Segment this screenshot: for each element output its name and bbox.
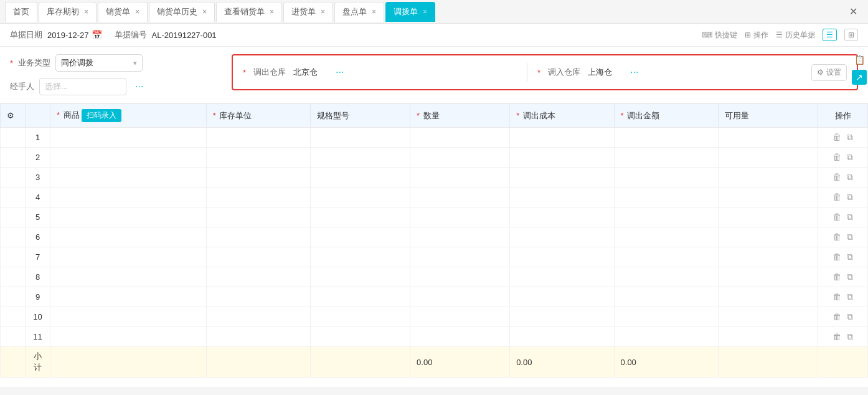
tab-view-sales[interactable]: 查看销货单 × <box>216 2 282 22</box>
row-unit-11[interactable] <box>206 327 310 347</box>
row-cost-3[interactable] <box>510 168 614 188</box>
transfer-in-more-btn[interactable]: ··· <box>626 67 642 78</box>
row-quantity-10[interactable] <box>410 307 510 327</box>
row-quantity-4[interactable] <box>410 188 510 207</box>
settings-button[interactable]: ⚙ 设置 <box>811 64 847 81</box>
row-quantity-6[interactable] <box>410 227 510 247</box>
row-amount-3[interactable] <box>614 168 718 188</box>
transfer-out-more-btn[interactable]: ··· <box>332 67 347 78</box>
operation-action[interactable]: ⊞ 操作 <box>745 30 768 40</box>
row-cost-9[interactable] <box>510 287 614 307</box>
business-type-dropdown[interactable]: 同价调拨 ▾ <box>55 54 143 72</box>
tab-purchase-order[interactable]: 进货单 × <box>283 2 333 22</box>
row-quantity-11[interactable] <box>410 327 510 347</box>
row-spec-4[interactable] <box>311 188 410 207</box>
row-amount-10[interactable] <box>614 307 718 327</box>
row-product-3[interactable] <box>50 168 207 188</box>
tab-sales-order[interactable]: 销货单 × <box>98 2 148 22</box>
row-amount-1[interactable] <box>614 128 718 148</box>
tab-home[interactable]: 首页 <box>5 2 37 22</box>
row-spec-6[interactable] <box>311 227 410 247</box>
row-quantity-2[interactable] <box>410 148 510 168</box>
tab-transfer-order-close[interactable]: × <box>423 7 427 16</box>
delete-icon-3[interactable]: 🗑 <box>831 171 843 183</box>
row-cost-2[interactable] <box>510 148 614 168</box>
row-quantity-8[interactable] <box>410 267 510 287</box>
row-amount-4[interactable] <box>614 188 718 207</box>
delete-icon-11[interactable]: 🗑 <box>831 330 843 343</box>
delete-icon-10[interactable]: 🗑 <box>831 310 843 323</box>
row-quantity-1[interactable] <box>410 128 510 148</box>
copy-icon-4[interactable]: ⧉ <box>845 191 855 203</box>
row-spec-7[interactable] <box>311 247 410 267</box>
row-product-9[interactable] <box>50 287 207 307</box>
tab-inventory-init-close[interactable]: × <box>84 7 88 16</box>
row-cost-1[interactable] <box>510 128 614 148</box>
row-unit-3[interactable] <box>206 168 310 188</box>
row-product-8[interactable] <box>50 267 207 287</box>
row-amount-7[interactable] <box>614 247 718 267</box>
row-cost-11[interactable] <box>510 327 614 347</box>
tab-transfer-order[interactable]: 调拨单 × <box>385 2 435 22</box>
layout-btn1[interactable]: ☰ <box>823 29 837 41</box>
shortcut-action[interactable]: ⌨ 快捷键 <box>702 30 737 40</box>
row-product-1[interactable] <box>50 128 207 148</box>
row-cost-4[interactable] <box>510 188 614 207</box>
doc-panel-btn[interactable]: 📋 <box>852 52 867 67</box>
row-unit-5[interactable] <box>206 207 310 227</box>
copy-icon-1[interactable]: ⧉ <box>845 131 855 143</box>
row-cost-7[interactable] <box>510 247 614 267</box>
tab-sales-history-close[interactable]: × <box>202 7 207 16</box>
tab-inventory-init[interactable]: 库存期初 × <box>39 2 97 22</box>
copy-icon-7[interactable]: ⧉ <box>845 250 855 263</box>
row-amount-9[interactable] <box>614 287 718 307</box>
row-quantity-9[interactable] <box>410 287 510 307</box>
horizontal-scrollbar[interactable] <box>0 388 868 395</box>
row-spec-11[interactable] <box>311 327 410 347</box>
row-spec-8[interactable] <box>311 267 410 287</box>
row-spec-1[interactable] <box>311 128 410 148</box>
row-unit-4[interactable] <box>206 188 310 207</box>
delete-icon-8[interactable]: 🗑 <box>831 270 843 283</box>
row-unit-2[interactable] <box>206 148 310 168</box>
row-cost-10[interactable] <box>510 307 614 327</box>
row-product-7[interactable] <box>50 247 207 267</box>
copy-icon-3[interactable]: ⧉ <box>845 171 855 183</box>
row-product-5[interactable] <box>50 207 207 227</box>
row-amount-6[interactable] <box>614 227 718 247</box>
delete-icon-6[interactable]: 🗑 <box>831 231 843 243</box>
row-unit-10[interactable] <box>206 307 310 327</box>
row-quantity-3[interactable] <box>410 168 510 188</box>
person-more-btn[interactable]: ··· <box>131 81 147 92</box>
tab-sales-history[interactable]: 销货单历史 × <box>149 2 215 22</box>
copy-icon-6[interactable]: ⧉ <box>845 231 855 243</box>
row-cost-5[interactable] <box>510 207 614 227</box>
copy-icon-10[interactable]: ⧉ <box>845 310 855 323</box>
row-cost-8[interactable] <box>510 267 614 287</box>
row-unit-9[interactable] <box>206 287 310 307</box>
row-amount-2[interactable] <box>614 148 718 168</box>
delete-icon-4[interactable]: 🗑 <box>831 191 843 203</box>
row-quantity-5[interactable] <box>410 207 510 227</box>
row-amount-5[interactable] <box>614 207 718 227</box>
layout-btn2[interactable]: ⊞ <box>844 29 858 41</box>
history-action[interactable]: ☰ 历史单据 <box>776 30 815 40</box>
row-spec-2[interactable] <box>311 148 410 168</box>
export-panel-btn[interactable]: ↗ <box>852 70 867 85</box>
delete-icon-7[interactable]: 🗑 <box>831 250 843 263</box>
row-amount-8[interactable] <box>614 267 718 287</box>
row-amount-11[interactable] <box>614 327 718 347</box>
delete-icon-9[interactable]: 🗑 <box>831 290 843 303</box>
date-picker[interactable]: 2019-12-27 📅 <box>47 30 102 40</box>
window-close-button[interactable]: ✕ <box>843 2 863 22</box>
copy-icon-2[interactable]: ⧉ <box>845 151 855 163</box>
row-spec-5[interactable] <box>311 207 410 227</box>
delete-icon-1[interactable]: 🗑 <box>831 131 843 143</box>
row-product-10[interactable] <box>50 307 207 327</box>
row-spec-3[interactable] <box>311 168 410 188</box>
row-spec-10[interactable] <box>311 307 410 327</box>
row-cost-6[interactable] <box>510 227 614 247</box>
row-unit-7[interactable] <box>206 247 310 267</box>
copy-icon-5[interactable]: ⧉ <box>845 211 855 223</box>
delete-icon-2[interactable]: 🗑 <box>831 151 843 163</box>
